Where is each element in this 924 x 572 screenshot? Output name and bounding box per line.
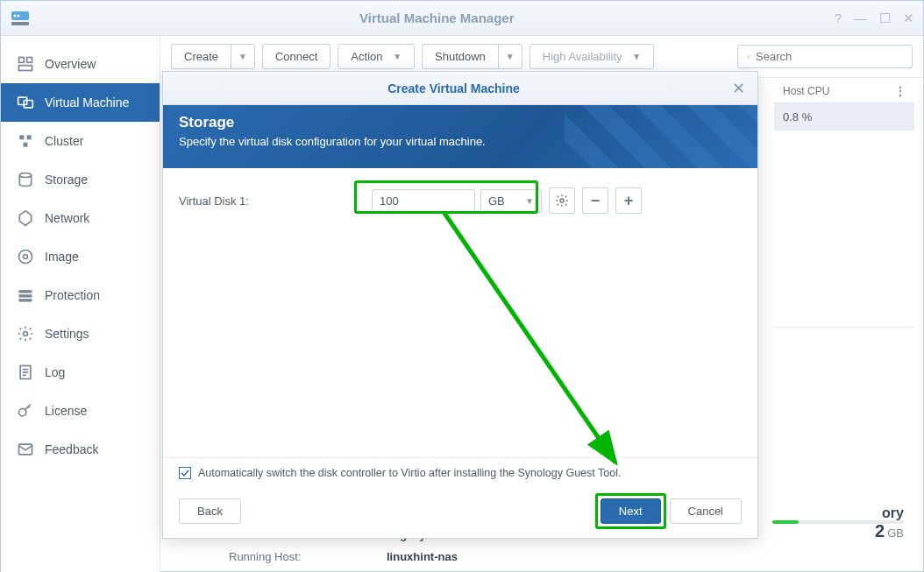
action-button[interactable]: Action ▼ [338, 44, 415, 69]
svg-rect-16 [19, 294, 32, 297]
sidebar-item-label: Feedback [45, 442, 98, 456]
svg-rect-1 [11, 22, 29, 25]
sidebar-item-virtual-machine[interactable]: Virtual Machine [1, 83, 160, 122]
svg-line-26 [750, 57, 750, 58]
virtio-checkbox[interactable] [179, 467, 191, 479]
svg-rect-15 [19, 290, 32, 293]
modal-banner: Storage Specify the virtual disk configu… [163, 105, 757, 168]
maximize-icon[interactable]: ☐ [879, 11, 891, 26]
sidebar-item-label: Overview [45, 57, 96, 71]
sidebar-item-feedback[interactable]: Feedback [1, 430, 160, 469]
sidebar-item-label: Network [45, 211, 89, 225]
search-input[interactable] [737, 45, 913, 68]
svg-rect-6 [19, 66, 32, 71]
license-icon [17, 402, 34, 420]
search-icon [747, 51, 750, 63]
svg-rect-11 [24, 143, 28, 147]
shutdown-dropdown[interactable]: ▼ [498, 44, 522, 69]
sidebar-item-label: Image [45, 250, 79, 264]
svg-rect-10 [27, 135, 32, 139]
running-host-value: linuxhint-nas [387, 550, 458, 563]
chevron-down-icon: ▼ [525, 196, 534, 206]
sidebar-item-protection[interactable]: Protection [1, 276, 160, 314]
svg-rect-5 [27, 58, 32, 63]
create-dropdown[interactable]: ▼ [231, 44, 255, 69]
banner-title: Storage [179, 114, 742, 131]
high-availability-button[interactable]: High Availability ▼ [530, 44, 654, 69]
gear-icon [555, 194, 569, 208]
svg-point-14 [24, 255, 28, 259]
vm-icon [17, 94, 34, 111]
sidebar-item-label: Cluster [45, 134, 83, 148]
banner-subtitle: Specify the virtual disk configuration f… [179, 135, 742, 148]
close-window-icon[interactable]: ✕ [903, 11, 914, 26]
sidebar-item-image[interactable]: Image [1, 237, 160, 276]
protection-icon [17, 286, 34, 304]
create-vm-modal: Create Virtual Machine ✕ Storage Specify… [162, 71, 758, 539]
app-icon [10, 8, 31, 29]
check-icon [180, 468, 190, 478]
annotation-arrow [440, 208, 642, 468]
titlebar: Virtual Machine Manager ? — ☐ ✕ [1, 1, 923, 36]
virtual-disk-unit-select[interactable]: GB▼ [480, 189, 542, 213]
host-cpu-panel: Host CPU ⋮ 0.8 % [774, 80, 914, 328]
virtual-disk-size-input[interactable] [372, 189, 475, 213]
svg-point-12 [19, 173, 31, 178]
sidebar-item-label: Storage [45, 173, 88, 187]
sidebar: Overview Virtual Machine Cluster Storage… [1, 36, 160, 572]
search-field[interactable] [756, 50, 903, 63]
feedback-icon [17, 441, 34, 458]
svg-rect-9 [19, 135, 24, 139]
help-icon[interactable]: ? [835, 11, 842, 26]
minimize-icon[interactable]: — [854, 11, 867, 26]
connect-button[interactable]: Connect [262, 44, 331, 69]
log-icon [17, 364, 34, 381]
sidebar-item-label: Protection [45, 288, 100, 302]
image-icon [17, 248, 34, 265]
window-title: Virtual Machine Manager [39, 11, 835, 25]
cluster-icon [17, 132, 34, 150]
sidebar-item-label: Settings [45, 327, 89, 341]
column-menu-icon[interactable]: ⋮ [895, 85, 906, 97]
svg-rect-4 [19, 58, 25, 63]
virtio-checkbox-label: Automatically switch the disk controller… [198, 467, 621, 479]
sidebar-item-settings[interactable]: Settings [1, 314, 160, 353]
create-button[interactable]: Create [171, 44, 231, 69]
svg-point-18 [24, 332, 28, 336]
network-icon [17, 209, 34, 227]
svg-rect-17 [19, 299, 32, 301]
disk-settings-button[interactable] [549, 187, 575, 214]
svg-point-13 [19, 251, 32, 264]
modal-title: Create Virtual Machine [175, 81, 732, 95]
sidebar-item-overview[interactable]: Overview [1, 45, 160, 83]
add-disk-button[interactable]: + [615, 187, 642, 214]
host-cpu-label: Host CPU [783, 85, 829, 97]
close-icon[interactable]: ✕ [732, 79, 745, 98]
remove-disk-button[interactable]: − [582, 187, 608, 214]
svg-point-27 [560, 199, 564, 202]
svg-point-3 [18, 14, 20, 17]
sidebar-item-cluster[interactable]: Cluster [1, 122, 160, 160]
virtual-disk-label: Virtual Disk 1: [179, 194, 372, 208]
back-button[interactable]: Back [179, 498, 241, 524]
next-button[interactable]: Next [601, 498, 661, 524]
cancel-button[interactable]: Cancel [670, 498, 742, 524]
storage-icon [17, 171, 34, 188]
gear-icon [17, 325, 34, 342]
sidebar-item-label: Virtual Machine [45, 95, 129, 109]
svg-line-28 [444, 212, 615, 463]
svg-point-25 [748, 55, 750, 57]
sidebar-item-label: Log [45, 365, 65, 379]
overview-icon [17, 55, 34, 73]
running-host-label: Running Host: [229, 550, 387, 563]
memory-progress [772, 520, 904, 524]
sidebar-item-license[interactable]: License [1, 392, 160, 430]
sidebar-item-label: License [45, 404, 87, 418]
shutdown-button[interactable]: Shutdown [422, 44, 498, 69]
host-cpu-value: 0.8 % [774, 103, 914, 131]
sidebar-item-storage[interactable]: Storage [1, 160, 160, 199]
sidebar-item-network[interactable]: Network [1, 199, 160, 237]
svg-point-2 [14, 14, 17, 17]
sidebar-item-log[interactable]: Log [1, 353, 160, 392]
